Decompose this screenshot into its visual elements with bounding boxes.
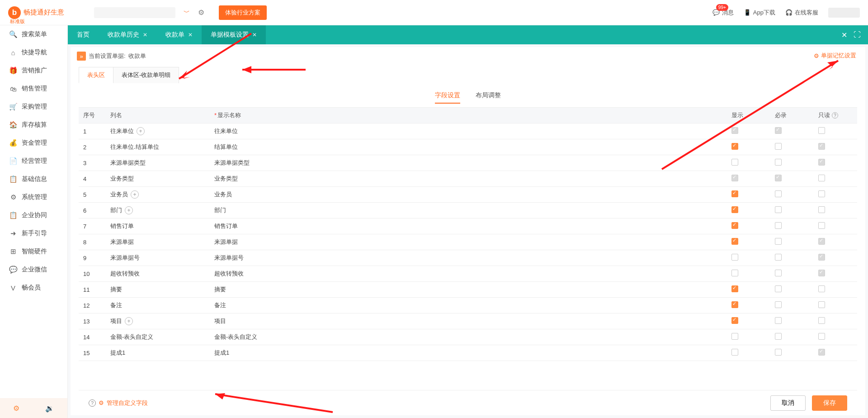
checkbox[interactable] (818, 206, 825, 213)
cell-display-name[interactable]: 摘要 (210, 282, 727, 298)
help-icon[interactable]: ? (832, 112, 838, 119)
page-tab[interactable]: 单据模板设置✕ (202, 25, 266, 44)
expand-handle-icon[interactable]: » (77, 52, 86, 61)
checkbox[interactable] (775, 317, 782, 324)
sub-tab[interactable]: 字段设置 (435, 91, 460, 104)
cell-display-name[interactable]: 备注 (210, 298, 727, 314)
checkbox[interactable] (731, 143, 738, 150)
save-button[interactable]: 保存 (812, 395, 847, 411)
messages-link[interactable]: 💬 消息 99+ (712, 9, 734, 17)
checkbox[interactable] (731, 206, 738, 213)
checkbox[interactable] (775, 159, 782, 166)
leftnav-item[interactable]: 📄经营管理 (0, 152, 67, 170)
cell-display-name[interactable]: 项目 (210, 314, 727, 329)
checkbox[interactable] (731, 222, 738, 229)
checkbox[interactable] (731, 317, 738, 324)
checkbox[interactable] (818, 317, 825, 324)
checkbox[interactable] (775, 285, 782, 292)
cell-display-name[interactable]: 往来单位 (210, 124, 727, 139)
checkbox[interactable] (731, 254, 738, 261)
add-circle-icon[interactable]: + (125, 317, 133, 325)
cell-display-name[interactable]: 结算单位 (210, 139, 727, 155)
checkbox[interactable] (731, 349, 738, 356)
checkbox[interactable] (775, 254, 782, 261)
user-avatar-blur[interactable] (828, 8, 860, 18)
online-service-link[interactable]: 🎧 在线客服 (785, 9, 818, 17)
leftnav-item[interactable]: ⌂快捷导航 (0, 43, 67, 62)
checkbox[interactable] (731, 159, 738, 166)
checkbox[interactable] (818, 190, 825, 197)
leftnav-item[interactable]: 🛒采购管理 (0, 98, 67, 116)
leftnav-item[interactable]: ➜新手引导 (0, 224, 67, 242)
sound-icon[interactable]: 🔉 (45, 404, 54, 413)
checkbox[interactable] (818, 175, 825, 181)
checkbox[interactable] (775, 238, 782, 245)
leftnav-item[interactable]: 💰资金管理 (0, 134, 67, 152)
add-circle-icon[interactable]: + (137, 127, 145, 135)
checkbox[interactable] (775, 333, 782, 340)
app-download-link[interactable]: 📱 App下载 (744, 9, 775, 17)
checkbox[interactable] (775, 301, 782, 308)
add-circle-icon[interactable]: + (125, 206, 133, 214)
checkbox[interactable] (775, 190, 782, 197)
cell-display-name[interactable]: 金额-表头自定义 (210, 329, 727, 345)
checkbox[interactable] (818, 285, 825, 292)
close-icon[interactable]: ✕ (252, 32, 257, 38)
checkbox[interactable] (818, 301, 825, 308)
doc-memory-settings-link[interactable]: ⚙ 单据记忆设置 (814, 52, 856, 60)
leftnav-item[interactable]: 📋企业协同 (0, 206, 67, 224)
cell-display-name[interactable]: 超收转预收 (210, 266, 727, 282)
leftnav-item[interactable]: 📋基础信息 (0, 170, 67, 188)
content-card: » 当前设置单据: 收款单 ⚙ 单据记忆设置 表头区表体区-收款单明细 字段设置… (71, 47, 865, 415)
leftnav-item[interactable]: 🎁营销推广 (0, 62, 67, 80)
manage-custom-fields-link[interactable]: ? ⚙ 管理自定义字段 (89, 399, 148, 407)
cell-display-name[interactable]: 来源单据类型 (210, 155, 727, 171)
leftnav-item[interactable]: 🔍搜索菜单 (0, 25, 67, 43)
nav-label: 畅会员 (22, 284, 41, 292)
checkbox[interactable] (731, 190, 738, 197)
page-tab[interactable]: 首页 (68, 25, 99, 44)
cell-display-name[interactable]: 来源单据号 (210, 250, 727, 266)
close-icon[interactable]: ✕ (143, 32, 147, 38)
checkbox[interactable] (775, 222, 782, 229)
leftnav-item[interactable]: ⚙系统管理 (0, 188, 67, 206)
checkbox[interactable] (775, 270, 782, 276)
cell-display-name[interactable]: 业务员 (210, 187, 727, 203)
checkbox[interactable] (731, 301, 738, 308)
page-tab[interactable]: 收款单历史✕ (99, 25, 156, 44)
area-tab[interactable]: 表体区-收款单明细 (113, 67, 179, 83)
settings-icon[interactable]: ⚙ (13, 404, 19, 413)
leftnav-item[interactable]: V畅会员 (0, 279, 67, 297)
gear-icon[interactable]: ⚙ (198, 8, 204, 17)
checkbox[interactable] (775, 206, 782, 213)
cell-display-name[interactable]: 销售订单 (210, 218, 727, 234)
close-icon[interactable]: ✕ (188, 32, 193, 38)
leftnav-item[interactable]: 🏠库存核算 (0, 116, 67, 134)
checkbox[interactable] (731, 285, 738, 292)
try-industry-button[interactable]: 体验行业方案 (219, 5, 267, 20)
fullscreen-icon[interactable]: ⛶ (854, 31, 861, 39)
cell-display-name[interactable]: 提成1 (210, 345, 727, 361)
sub-tab[interactable]: 布局调整 (476, 91, 501, 104)
leftnav-item[interactable]: 🛍销售管理 (0, 80, 67, 98)
checkbox[interactable] (775, 349, 782, 356)
checkbox[interactable] (818, 222, 825, 229)
org-selector[interactable]: ﹀ ⚙ 体验行业方案 (94, 5, 267, 20)
cell-display-name[interactable]: 部门 (210, 203, 727, 218)
page-tab[interactable]: 收款单✕ (156, 25, 202, 44)
checkbox[interactable] (818, 333, 825, 340)
checkbox[interactable] (731, 333, 738, 340)
checkbox[interactable] (731, 238, 738, 245)
leftnav-item[interactable]: ⊞智能硬件 (0, 242, 67, 261)
checkbox[interactable] (775, 143, 782, 150)
chevron-down-icon[interactable]: ﹀ (184, 9, 190, 17)
cell-display-name[interactable]: 来源单据 (210, 234, 727, 250)
leftnav-item[interactable]: 💬企业微信 (0, 261, 67, 279)
cancel-button[interactable]: 取消 (770, 395, 806, 411)
cell-display-name[interactable]: 业务类型 (210, 171, 727, 187)
checkbox[interactable] (818, 127, 825, 134)
close-all-icon[interactable]: ✕ (841, 31, 847, 39)
area-tab[interactable]: 表头区 (79, 67, 113, 83)
add-circle-icon[interactable]: + (131, 190, 139, 199)
checkbox[interactable] (731, 270, 738, 276)
